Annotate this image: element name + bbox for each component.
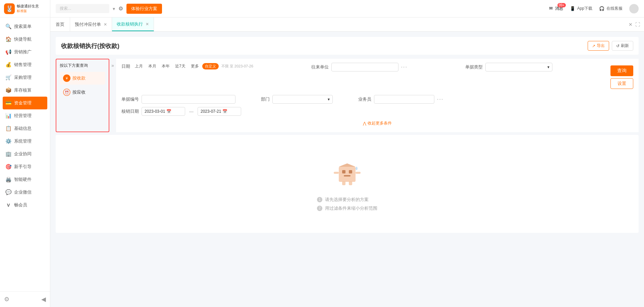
collapse-filter-btn[interactable]: » [109, 59, 116, 132]
sidebar-item-inventory[interactable]: 📦 库存核算 [0, 84, 50, 97]
collapse-more-btn[interactable]: ⋀ 收起更多条件 [121, 118, 633, 128]
writeoff-date-start[interactable]: 2023-03-01 📅 [142, 107, 185, 116]
sidebar-item-hardware[interactable]: 🖨️ 智能硬件 [0, 173, 50, 186]
svg-rect-8 [349, 181, 352, 185]
doc-type-select[interactable]: ▾ [485, 63, 552, 71]
svg-rect-3 [349, 170, 352, 173]
tab-prepay[interactable]: 预付冲应付单 ✕ [70, 17, 112, 31]
collapse-up-icon: ⋀ [363, 121, 366, 126]
svg-rect-0 [339, 167, 356, 182]
date-no-limit-text: 不限 至 2023-07-26 [221, 64, 253, 69]
svg-rect-5 [334, 172, 339, 174]
date-btn-this-month[interactable]: 本月 [146, 63, 158, 70]
basic-icon: 📋 [5, 125, 11, 132]
sidebar-item-marketing[interactable]: 📢 营销推广 [0, 46, 50, 58]
sidebar-item-wechat[interactable]: 💬 企业微信 [0, 186, 50, 199]
tab-prepay-close[interactable]: ✕ [104, 22, 107, 27]
set-button[interactable]: 设置 [610, 78, 633, 89]
sidebar-item-label: 销售管理 [14, 62, 32, 68]
date-btn-7days[interactable]: 近7天 [173, 63, 187, 70]
download-label: App下载 [577, 6, 592, 11]
sidebar-item-nav[interactable]: 🏠 快捷导航 [0, 33, 50, 46]
tab-writeoff-label: 收款核销执行 [117, 21, 143, 27]
staff-input[interactable] [374, 95, 434, 104]
sidebar-item-finance[interactable]: 💳 资金管理 [3, 97, 47, 109]
sidebar-item-member[interactable]: V 畅会员 [0, 199, 50, 211]
date-btn-more[interactable]: 更多 [189, 63, 201, 70]
tab-home-label: 首页 [56, 21, 64, 28]
tab-expand-icon[interactable]: ⛶ [635, 22, 640, 27]
partner-input[interactable] [331, 63, 398, 71]
sidebar: 🐰 畅捷通好生意 标准版 🔍 搜索菜单 🏠 快捷导航 📢 营销推广 💰 销售管理… [0, 0, 50, 307]
sidebar-item-guide[interactable]: 🎯 新手引导 [0, 160, 50, 173]
hint-text-1: 请先选择要分析的方案 [325, 195, 369, 204]
refresh-icon: ↺ [616, 44, 620, 48]
message-icon: ✉ [549, 6, 553, 11]
sidebar-item-basic[interactable]: 📋 基础信息 [0, 122, 50, 135]
svg-rect-4 [344, 175, 351, 176]
doc-no-input[interactable] [142, 95, 235, 104]
tab-writeoff-close[interactable]: ✕ [146, 22, 149, 27]
logo-icon: 🐰 [4, 3, 15, 14]
date-no-limit-wrapper: 不限 至 2023-07-26 [221, 64, 253, 69]
sidebar-item-label: 资金管理 [14, 100, 32, 106]
writeoff-date-end[interactable]: 2023-07-21 📅 [198, 107, 241, 116]
page-header: 收款核销执行(按收款) ↗ 导出 ↺ 刷新 [56, 37, 639, 55]
sidebar-item-label: 经营管理 [14, 113, 32, 119]
staff-dots-btn[interactable]: ··· [437, 96, 443, 102]
sales-icon: 💰 [5, 62, 11, 68]
refresh-button[interactable]: ↺ 刷新 [612, 41, 633, 51]
sidebar-item-label: 营销推广 [14, 49, 32, 55]
main-area: 搜索... ▾ ⚙ 体验行业方案 ✉ 消息 99+ 📱 App下载 🎧 在线客服 [50, 0, 644, 307]
settings-gear-icon[interactable]: ⚙ [118, 5, 123, 12]
filter-option-by-receivable[interactable]: ⏰ 按应收 [60, 86, 105, 99]
app-download-btn[interactable]: 📱 App下载 [570, 6, 592, 11]
sidebar-item-system[interactable]: ⚙️ 系统管理 [0, 135, 50, 148]
header-search-box: 搜索... [56, 4, 109, 13]
collapse-more-label: 收起更多条件 [368, 120, 392, 126]
sidebar-item-purchase[interactable]: 🛒 采购管理 [0, 71, 50, 84]
sidebar-item-ops[interactable]: 📊 经营管理 [0, 109, 50, 122]
online-service-btn[interactable]: 🎧 在线客服 [599, 6, 623, 11]
export-button[interactable]: ↗ 导出 [588, 41, 609, 51]
dept-select[interactable]: ▾ [272, 95, 333, 104]
dept-chevron-icon: ▾ [328, 97, 330, 102]
tab-writeoff[interactable]: 收款核销执行 ✕ [112, 17, 154, 31]
receivable-filter-icon: ⏰ [63, 89, 70, 96]
tab-home[interactable]: 首页 [50, 17, 70, 31]
search-fields: 日期 上月 本月 本年 近7天 更多 自定义 不限 至 2023-07-26 [116, 59, 639, 132]
system-icon: ⚙️ [5, 138, 11, 144]
partner-dots-btn[interactable]: ··· [401, 64, 408, 70]
refresh-label: 刷新 [621, 43, 629, 49]
query-button[interactable]: 查询 [610, 65, 633, 76]
svg-rect-6 [356, 172, 361, 174]
date-btn-this-year[interactable]: 本年 [160, 63, 172, 70]
svg-rect-2 [342, 170, 345, 173]
sidebar-item-sales[interactable]: 💰 销售管理 [0, 58, 50, 71]
user-avatar[interactable] [629, 4, 639, 13]
header-search-placeholder: 搜索... [60, 6, 71, 11]
purchase-icon: 🛒 [5, 74, 11, 81]
filter-option-by-receipt[interactable]: ¥ 按收款 [60, 72, 105, 85]
industry-btn[interactable]: 体验行业方案 [126, 4, 162, 14]
message-btn[interactable]: ✉ 消息 99+ [549, 6, 563, 11]
sidebar-item-label: 采购管理 [14, 74, 32, 81]
svg-point-9 [356, 167, 358, 170]
svg-marker-1 [339, 163, 356, 167]
doc-type-label: 单据类型 [465, 64, 483, 70]
sidebar-item-search[interactable]: 🔍 搜索菜单 [0, 20, 50, 33]
staff-label: 业务员 [358, 96, 371, 102]
tab-close-all-icon[interactable]: ✕ [629, 22, 633, 27]
header-dropdown-icon[interactable]: ▾ [113, 6, 115, 11]
writeoff-date-start-value: 2023-03-01 [145, 109, 165, 114]
sidebar-item-label: 库存核算 [14, 87, 32, 93]
sidebar-item-collab[interactable]: 🏢 企业协同 [0, 148, 50, 160]
collapse-sidebar-icon[interactable]: ◀ [41, 296, 46, 303]
message-badge: 99+ [557, 3, 566, 7]
settings-icon[interactable]: ⚙ [4, 296, 9, 303]
tab-prepay-label: 预付冲应付单 [75, 21, 101, 28]
empty-state: 1 请先选择要分析的方案 2 用过滤条件来缩小分析范围 [56, 135, 639, 233]
sidebar-menu: 🔍 搜索菜单 🏠 快捷导航 📢 营销推广 💰 销售管理 🛒 采购管理 📦 库存核… [0, 17, 50, 291]
date-btn-last-month[interactable]: 上月 [133, 63, 145, 70]
date-custom-tag[interactable]: 自定义 [202, 63, 219, 69]
